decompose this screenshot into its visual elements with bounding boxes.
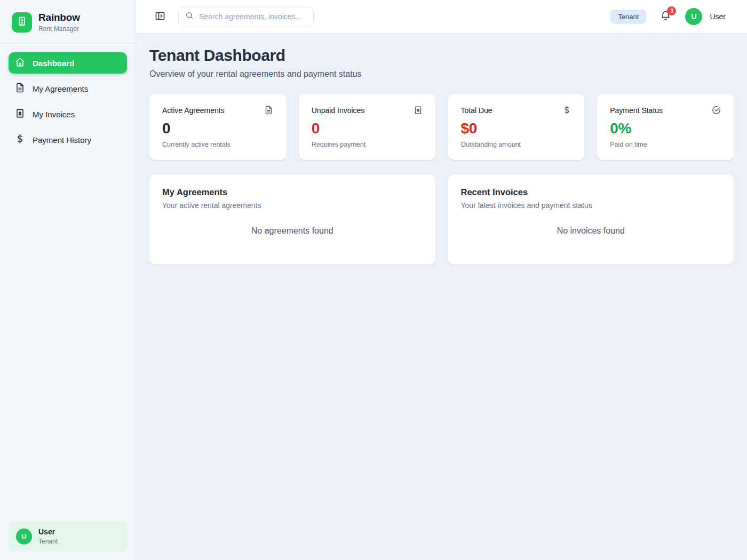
sidebar-item-label: My Invoices [33, 110, 75, 119]
receipt-icon: $ [15, 108, 25, 120]
sidebar-item-dashboard[interactable]: Dashboard [9, 52, 127, 74]
stat-caption: Outstanding amount [461, 141, 572, 148]
sidebar-item-my-agreements[interactable]: My Agreements [9, 78, 127, 99]
stat-label: Payment Status [610, 106, 663, 115]
stat-caption: Paid on time [610, 141, 721, 148]
sidebar-item-payment-history[interactable]: Payment History [9, 129, 127, 150]
panel-my-agreements: My Agreements Your active rental agreeme… [149, 174, 435, 265]
brand-text: Rainbow Rent Manager [38, 12, 80, 33]
svg-text:$: $ [19, 111, 21, 116]
sidebar-user-card[interactable]: U User Tenant [9, 521, 127, 551]
file-text-icon [15, 83, 25, 94]
stat-caption: Currently active rentals [162, 141, 273, 148]
sidebar-item-my-invoices[interactable]: $ My Invoices [9, 103, 127, 125]
empty-state-message: No invoices found [461, 210, 721, 252]
main-area: Tenant 3 U User Tenant Dashboard Overvie… [136, 0, 747, 560]
dollar-icon [15, 134, 25, 146]
sidebar-item-label: My Agreements [33, 84, 88, 93]
receipt-icon: $ [414, 106, 423, 115]
stat-card-unpaid-invoices: Unpaid Invoices $ 0 Requires payment [299, 94, 435, 160]
panel-title: My Agreements [162, 187, 423, 197]
sidebar-toggle-button[interactable] [155, 11, 165, 23]
stat-head: Total Due [461, 106, 572, 115]
brand: Rainbow Rent Manager [0, 0, 136, 44]
avatar: U [16, 529, 32, 545]
stat-label: Unpaid Invoices [312, 106, 365, 115]
stat-value: 0 [162, 120, 273, 137]
stat-caption: Requires payment [312, 141, 423, 148]
sidebar-spacer [0, 159, 136, 513]
stat-head: Payment Status [610, 106, 721, 115]
notifications-button[interactable]: 3 [660, 10, 671, 23]
role-badge: Tenant [610, 10, 646, 24]
sidebar-user-info: User Tenant [38, 527, 58, 545]
sidebar: Rainbow Rent Manager Dashboard My Agreem… [0, 0, 136, 560]
stat-value: 0% [610, 120, 721, 137]
page-title: Tenant Dashboard [149, 46, 734, 65]
stat-label: Active Agreements [162, 106, 225, 115]
check-circle-icon [712, 106, 721, 115]
content: Tenant Dashboard Overview of your rental… [136, 34, 747, 560]
search-box [178, 7, 314, 26]
panels-grid: My Agreements Your active rental agreeme… [149, 174, 734, 265]
stat-value: $0 [461, 120, 572, 137]
empty-state-message: No agreements found [162, 210, 423, 252]
dollar-icon [562, 106, 571, 115]
user-menu[interactable]: U User [685, 8, 726, 25]
stats-grid: Active Agreements 0 Currently active ren… [149, 94, 734, 160]
sidebar-user-name: User [38, 527, 58, 536]
brand-subtitle: Rent Manager [38, 25, 80, 33]
panel-left-icon [155, 11, 165, 23]
stat-value: 0 [312, 120, 423, 137]
home-icon [15, 57, 25, 69]
stat-card-payment-status: Payment Status 0% Paid on time [597, 94, 734, 160]
panel-subtitle: Your active rental agreements [162, 201, 423, 210]
topbar-right: Tenant 3 U User [610, 8, 726, 25]
sidebar-item-label: Dashboard [33, 59, 74, 68]
stat-head: Active Agreements [162, 106, 273, 115]
svg-text:$: $ [417, 108, 419, 113]
search-icon [185, 11, 194, 22]
brand-name: Rainbow [38, 12, 80, 23]
notification-count-badge: 3 [667, 6, 676, 15]
panel-recent-invoices: Recent Invoices Your latest invoices and… [448, 174, 734, 265]
avatar: U [685, 8, 702, 25]
user-name: User [710, 12, 726, 21]
stat-card-total-due: Total Due $0 Outstanding amount [448, 94, 585, 160]
sidebar-user-role: Tenant [38, 538, 58, 545]
brand-logo [12, 12, 32, 33]
search-input[interactable] [199, 12, 307, 21]
stat-label: Total Due [461, 106, 492, 115]
panel-title: Recent Invoices [461, 187, 721, 197]
topbar: Tenant 3 U User [136, 0, 747, 34]
page-subtitle: Overview of your rental agreements and p… [149, 69, 734, 79]
building-icon [17, 16, 27, 29]
stat-card-active-agreements: Active Agreements 0 Currently active ren… [149, 94, 286, 160]
stat-head: Unpaid Invoices $ [312, 106, 423, 115]
file-text-icon [264, 106, 273, 115]
sidebar-nav: Dashboard My Agreements $ My Invoices [0, 44, 136, 159]
sidebar-item-label: Payment History [33, 135, 91, 145]
panel-subtitle: Your latest invoices and payment status [461, 201, 721, 210]
